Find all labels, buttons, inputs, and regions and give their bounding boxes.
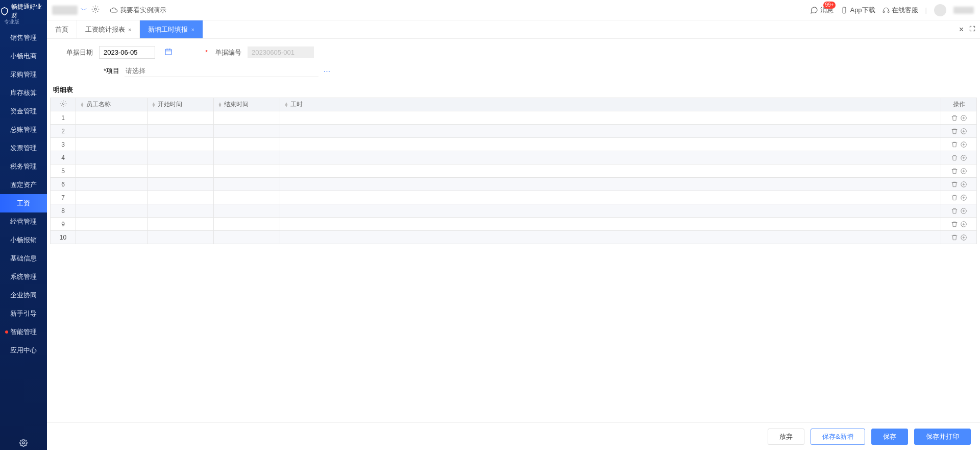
cell-hours[interactable] [280, 164, 941, 178]
tab-0[interactable]: 首页 [47, 20, 77, 38]
cell-start[interactable] [148, 151, 214, 164]
row-add-button[interactable] [959, 233, 968, 241]
cell-end[interactable] [214, 125, 280, 138]
col-end-time[interactable]: ▲▼结束时间 [214, 98, 280, 111]
row-delete-button[interactable] [950, 220, 959, 227]
sidebar-item-7[interactable]: 税务管理 [0, 157, 47, 176]
row-add-button[interactable] [959, 180, 968, 187]
col-hours[interactable]: ▲▼工时 [280, 98, 941, 111]
sidebar-item-12[interactable]: 基础信息 [0, 249, 47, 268]
cell-hours[interactable] [280, 231, 941, 244]
cell-name[interactable] [76, 204, 148, 218]
cell-end[interactable] [214, 138, 280, 151]
cell-start[interactable] [148, 164, 214, 178]
sidebar-item-0[interactable]: 销售管理 [0, 29, 47, 47]
row-add-button[interactable] [959, 127, 968, 134]
row-add-button[interactable] [959, 114, 968, 121]
sidebar-item-14[interactable]: 企业协同 [0, 286, 47, 304]
discard-button[interactable]: 放弃 [768, 429, 804, 445]
save-button[interactable]: 保存 [871, 429, 908, 445]
sidebar-item-2[interactable]: 采购管理 [0, 65, 47, 84]
cell-name[interactable] [76, 111, 148, 125]
cell-start[interactable] [148, 111, 214, 125]
cell-start[interactable] [148, 218, 214, 231]
topbar-settings-button[interactable] [91, 5, 100, 15]
cell-name[interactable] [76, 125, 148, 138]
cell-hours[interactable] [280, 218, 941, 231]
cell-hours[interactable] [280, 111, 941, 125]
row-delete-button[interactable] [950, 154, 959, 161]
cell-end[interactable] [214, 191, 280, 204]
sidebar-item-13[interactable]: 系统管理 [0, 268, 47, 286]
tab-close-2[interactable]: × [191, 27, 194, 33]
cell-hours[interactable] [280, 138, 941, 151]
cell-start[interactable] [148, 231, 214, 244]
user-avatar[interactable] [934, 4, 946, 16]
row-add-button[interactable] [959, 194, 968, 201]
sidebar-item-17[interactable]: 应用中心 [0, 341, 47, 360]
cell-end[interactable] [214, 204, 280, 218]
sidebar-item-6[interactable]: 发票管理 [0, 139, 47, 157]
row-add-button[interactable] [959, 207, 968, 214]
save-and-print-button[interactable]: 保存并打印 [914, 429, 971, 445]
sidebar-item-9[interactable]: 工资 [0, 194, 47, 212]
app-download-button[interactable]: App下载 [841, 6, 875, 15]
row-delete-button[interactable] [950, 140, 959, 148]
sidebar-item-5[interactable]: 总账管理 [0, 121, 47, 139]
sidebar-item-16[interactable]: 智能管理 [0, 323, 47, 341]
col-start-time[interactable]: ▲▼开始时间 [148, 98, 214, 111]
date-input[interactable] [99, 46, 155, 59]
row-add-button[interactable] [959, 220, 968, 227]
sidebar-item-15[interactable]: 新手引导 [0, 304, 47, 323]
sidebar-item-3[interactable]: 库存核算 [0, 84, 47, 102]
project-select[interactable] [125, 65, 318, 77]
cell-hours[interactable] [280, 125, 941, 138]
cell-end[interactable] [214, 111, 280, 125]
sidebar-item-1[interactable]: 小畅电商 [0, 47, 47, 65]
cell-end[interactable] [214, 164, 280, 178]
online-service-button[interactable]: 在线客服 [883, 6, 918, 15]
row-delete-button[interactable] [950, 114, 959, 121]
project-more-button[interactable]: ⋯ [324, 67, 331, 75]
column-config-button[interactable] [51, 98, 76, 111]
row-add-button[interactable] [959, 140, 968, 148]
tab-2[interactable]: 新增工时填报× [140, 20, 203, 38]
cell-start[interactable] [148, 138, 214, 151]
row-delete-button[interactable] [950, 127, 959, 134]
row-delete-button[interactable] [950, 167, 959, 174]
cell-start[interactable] [148, 125, 214, 138]
cell-name[interactable] [76, 178, 148, 191]
cell-end[interactable] [214, 231, 280, 244]
cell-hours[interactable] [280, 204, 941, 218]
row-delete-button[interactable] [950, 207, 959, 214]
cell-name[interactable] [76, 191, 148, 204]
save-and-new-button[interactable]: 保存&新增 [811, 429, 865, 445]
cell-hours[interactable] [280, 178, 941, 191]
col-employee-name[interactable]: ▲▼员工名称 [76, 98, 148, 111]
messages-button[interactable]: 消息 99+ [810, 6, 834, 15]
cell-hours[interactable] [280, 191, 941, 204]
cell-start[interactable] [148, 204, 214, 218]
row-add-button[interactable] [959, 167, 968, 174]
cell-name[interactable] [76, 231, 148, 244]
cell-hours[interactable] [280, 151, 941, 164]
cell-end[interactable] [214, 178, 280, 191]
cell-start[interactable] [148, 191, 214, 204]
cell-name[interactable] [76, 138, 148, 151]
sidebar-settings-button[interactable] [0, 436, 47, 450]
row-delete-button[interactable] [950, 233, 959, 241]
demo-link[interactable]: 我要看实例演示 [110, 6, 166, 15]
calendar-icon[interactable] [164, 48, 173, 57]
cell-end[interactable] [214, 218, 280, 231]
sidebar-item-11[interactable]: 小畅报销 [0, 231, 47, 249]
tabs-close-all-button[interactable]: × [959, 25, 964, 34]
cell-name[interactable] [76, 218, 148, 231]
fullscreen-button[interactable] [969, 25, 976, 34]
cell-name[interactable] [76, 151, 148, 164]
tab-1[interactable]: 工资统计报表× [77, 20, 140, 38]
row-delete-button[interactable] [950, 194, 959, 201]
row-add-button[interactable] [959, 154, 968, 161]
tab-close-1[interactable]: × [128, 27, 131, 33]
cell-name[interactable] [76, 164, 148, 178]
sidebar-item-10[interactable]: 经营管理 [0, 212, 47, 231]
